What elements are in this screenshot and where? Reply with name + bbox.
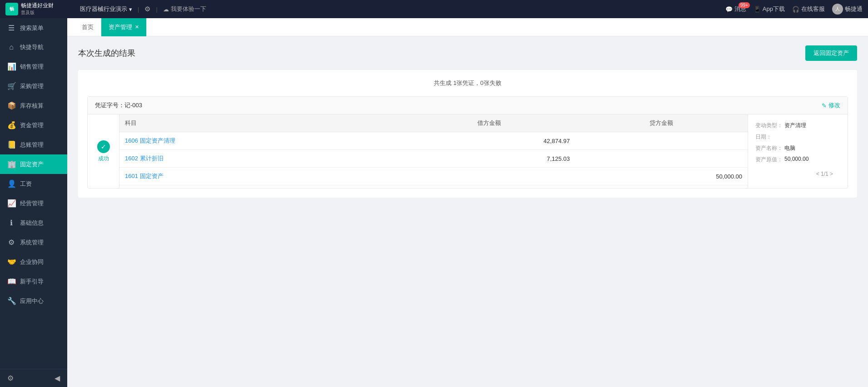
sidebar-label-search: 搜索菜单 (20, 24, 44, 32)
subject-1: 1606 固定资产清理 (119, 132, 403, 150)
app-center-icon: 🔧 (7, 297, 15, 305)
return-button[interactable]: 返回固定资产 (805, 45, 857, 61)
sidebar-bottom: ⚙ ◀ (0, 369, 67, 387)
sidebar-label-sales: 销售管理 (20, 63, 44, 71)
status-text: 成功 (98, 155, 109, 163)
sidebar-label-quicknav: 快捷导航 (20, 43, 44, 51)
sidebar-item-payroll[interactable]: 👤 工资 (0, 174, 67, 194)
table-row: 1602 累计折旧 7,125.03 (119, 150, 748, 168)
original-value-row: 资产原值： 50,000.00 (755, 156, 840, 164)
sidebar-label-basic-info: 基础信息 (20, 219, 44, 227)
online-service-button[interactable]: 🎧 在线客服 (792, 5, 825, 13)
sidebar-settings-icon[interactable]: ⚙ (7, 374, 14, 382)
sidebar-collapse-icon[interactable]: ◀ (55, 374, 60, 382)
header-divider: | (138, 6, 139, 13)
sidebar-item-ledger[interactable]: 📒 总账管理 (0, 135, 67, 154)
sidebar-item-operations[interactable]: 📈 经营管理 (0, 194, 67, 213)
edit-button[interactable]: ✎ 修改 (822, 101, 840, 109)
sidebar-label-payroll: 工资 (20, 180, 32, 188)
logo-version: 普及版 (21, 10, 54, 16)
sidebar-item-app-center[interactable]: 🔧 应用中心 (0, 291, 67, 311)
voucher-main: 科目 借方金额 贷方金额 1606 固定资产清理 42,874.97 (119, 114, 748, 188)
fixed-assets-icon: 🏢 (7, 160, 15, 169)
asset-name-label: 资产名称： (755, 144, 783, 152)
headset-icon: 🎧 (792, 6, 799, 13)
app-download-button[interactable]: 📱 App下载 (754, 5, 785, 13)
sidebar-item-sales[interactable]: 📊 销售管理 (0, 57, 67, 76)
sidebar-label-guide: 新手引导 (20, 278, 44, 286)
date-row: 日期： (755, 133, 840, 141)
sidebar-item-enterprise[interactable]: 🤝 企业协同 (0, 252, 67, 272)
date-label: 日期： (755, 133, 772, 141)
sidebar-label-inventory: 库存核算 (20, 102, 44, 110)
company-name: 医疗器械行业演示 (80, 5, 127, 13)
tab-close-icon[interactable]: ✕ (135, 24, 139, 30)
tab-bar: 首页 资产管理 ✕ (67, 18, 868, 36)
main-layout: ☰ 搜索菜单 ⌂ 快捷导航 📊 销售管理 🛒 采购管理 📦 库存核算 💰 资 (0, 18, 868, 387)
user-label: 畅捷通 (845, 5, 863, 13)
sidebar-item-basic-info[interactable]: ℹ 基础信息 (0, 213, 67, 233)
page-content: 本次生成的结果 返回固定资产 共生成 1张凭证，0张失败 凭证字号：记-003 … (67, 36, 868, 387)
sidebar-item-guide[interactable]: 📖 新手引导 (0, 272, 67, 291)
debit-1: 42,874.97 (403, 132, 575, 150)
cloud-icon: ☁ (163, 6, 169, 13)
sidebar: ☰ 搜索菜单 ⌂ 快捷导航 📊 销售管理 🛒 采购管理 📦 库存核算 💰 资 (0, 18, 67, 387)
home-icon: ⌂ (7, 43, 15, 51)
result-summary: 共生成 1张凭证，0张失败 (87, 79, 848, 87)
header-settings-icon[interactable]: ⚙ (144, 5, 150, 13)
credit-2 (575, 150, 748, 168)
content-area: 首页 资产管理 ✕ 本次生成的结果 返回固定资产 共生成 1张凭证，0张失败 凭… (67, 18, 868, 387)
operations-icon: 📈 (7, 199, 15, 208)
pagination[interactable]: < 1/1 > (755, 167, 840, 181)
sidebar-scroll: ☰ 搜索菜单 ⌂ 快捷导航 📊 销售管理 🛒 采购管理 📦 库存核算 💰 资 (0, 18, 67, 369)
edit-label: 修改 (828, 101, 840, 109)
enterprise-icon: 🤝 (7, 258, 15, 266)
logo-area: 畅 畅捷通好业财 普及版 (5, 2, 73, 16)
tab-home[interactable]: 首页 (74, 18, 101, 36)
system-icon: ⚙ (7, 238, 15, 247)
messages-badge: 99+ (739, 2, 750, 8)
sidebar-item-quick-nav[interactable]: ⌂ 快捷导航 (0, 38, 67, 57)
result-panel: 共生成 1张凭证，0张失败 凭证字号：记-003 ✎ 修改 ✓ 成功 (78, 70, 857, 198)
voucher-table-wrap: ✓ 成功 科目 借方金额 贷方金额 (88, 114, 848, 188)
messages-button[interactable]: 💬 消息 99+ (725, 5, 746, 13)
subject-3: 1601 固定资产 (119, 168, 403, 185)
tab-home-label: 首页 (82, 23, 94, 31)
voucher-number: 凭证字号：记-003 (95, 101, 142, 109)
sidebar-item-inventory[interactable]: 📦 库存核算 (0, 96, 67, 115)
table-row: 1606 固定资产清理 42,874.97 (119, 132, 748, 150)
original-value-value: 50,000.00 (784, 156, 808, 164)
tab-asset-label: 资产管理 (109, 23, 132, 31)
side-info-panel: 变动类型： 资产清理 日期： 资产名称： 电脑 (748, 114, 848, 188)
sidebar-label-operations: 经营管理 (20, 199, 44, 208)
sales-icon: 📊 (7, 62, 15, 71)
sidebar-item-search[interactable]: ☰ 搜索菜单 (0, 18, 67, 38)
sidebar-item-fixed-assets[interactable]: 🏢 固定资产 (0, 154, 67, 174)
user-menu[interactable]: 人 畅捷通 (832, 4, 863, 15)
credit-1 (575, 132, 748, 150)
sidebar-item-purchase[interactable]: 🛒 采购管理 (0, 76, 67, 96)
header-right: 💬 消息 99+ 📱 App下载 🎧 在线客服 人 畅捷通 (725, 4, 863, 15)
sidebar-item-system[interactable]: ⚙ 系统管理 (0, 233, 67, 252)
sidebar-label-app-center: 应用中心 (20, 297, 44, 305)
col-debit: 借方金额 (403, 114, 575, 132)
status-cell: ✓ 成功 (88, 114, 119, 188)
col-subject: 科目 (119, 114, 403, 132)
sidebar-item-finance[interactable]: 💰 资金管理 (0, 115, 67, 135)
table-row: 1601 固定资产 50,000.00 (119, 168, 748, 185)
sidebar-label-fixed-assets: 固定资产 (20, 160, 44, 169)
tab-asset-management[interactable]: 资产管理 ✕ (101, 18, 147, 36)
voucher-header: 凭证字号：记-003 ✎ 修改 (88, 97, 848, 114)
search-icon: ☰ (7, 24, 15, 32)
company-selector[interactable]: 医疗器械行业演示 ▾ (80, 5, 132, 13)
purchase-icon: 🛒 (7, 82, 15, 90)
online-service-label: 在线客服 (801, 5, 825, 13)
phone-icon: 📱 (754, 6, 761, 13)
change-type-value: 资产清理 (784, 122, 806, 129)
inventory-icon: 📦 (7, 101, 15, 110)
try-button[interactable]: ☁ 我要体验一下 (163, 5, 206, 13)
asset-name-row: 资产名称： 电脑 (755, 144, 840, 152)
sidebar-label-finance: 资金管理 (20, 121, 44, 129)
try-label: 我要体验一下 (171, 5, 206, 13)
sidebar-label-system: 系统管理 (20, 238, 44, 247)
